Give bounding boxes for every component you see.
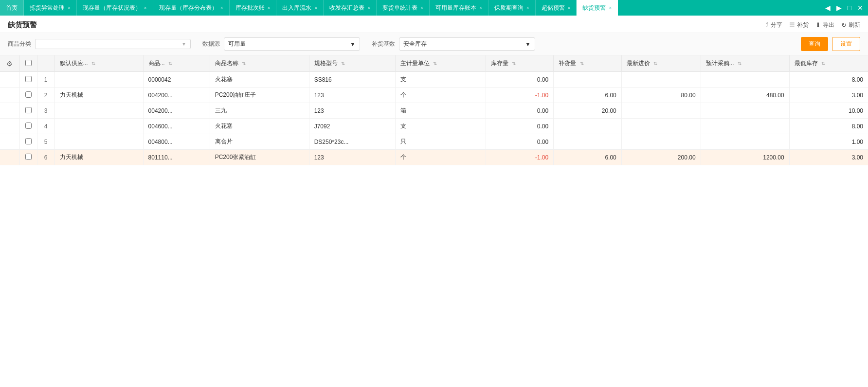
row-checkbox-input-1[interactable]: [25, 91, 32, 98]
row-product-name-1: PC200油缸庄子: [210, 88, 309, 103]
row-supplier-4: [54, 134, 143, 150]
sort-spec-icon[interactable]: ⇅: [341, 61, 345, 66]
col-gear: ⚙: [0, 55, 19, 72]
close-icon-stock-status[interactable]: ×: [144, 5, 147, 11]
row-checkbox-1[interactable]: [19, 88, 37, 103]
tab-stock-dist[interactable]: 现存量（库存分布表） ×: [153, 0, 230, 16]
datasource-select[interactable]: 可用量 ▼: [224, 37, 360, 51]
tab-batch[interactable]: 库存批次账 ×: [230, 0, 277, 16]
row-min-stock-4: 1.00: [789, 134, 868, 150]
col-spec-label: 规格型号: [314, 60, 338, 67]
row-stock-0: 0.00: [486, 72, 554, 88]
row-checkbox-input-0[interactable]: [25, 76, 32, 82]
close-icon-batch[interactable]: ×: [268, 5, 271, 11]
row-unit-3: 支: [395, 119, 486, 134]
close-icon-shortage[interactable]: ×: [609, 5, 612, 11]
tab-label-expiry: 保质期查询: [494, 4, 524, 12]
tab-picking[interactable]: 拣货异常处理 ×: [24, 0, 77, 16]
column-settings-icon[interactable]: ⚙: [6, 60, 13, 68]
close-icon-overstock[interactable]: ×: [568, 5, 571, 11]
row-idx-2: 3: [37, 103, 54, 119]
col-spec-header: 规格型号 ⇅: [309, 55, 395, 72]
row-supplement-5: 6.00: [554, 150, 622, 165]
sort-product-name-icon[interactable]: ⇅: [242, 61, 246, 66]
close-icon-inout[interactable]: ×: [314, 5, 317, 11]
col-supplier-header: 默认供应... ⇅: [54, 55, 143, 72]
close-icon-picking[interactable]: ×: [68, 5, 71, 11]
row-gear-0: [0, 72, 19, 88]
row-gear-5: [0, 150, 19, 165]
row-checkbox-input-5[interactable]: [25, 154, 32, 160]
sort-stock-icon[interactable]: ⇅: [512, 61, 516, 66]
nav-close-btn[interactable]: ✕: [854, 4, 866, 12]
refresh-button[interactable]: ↻ 刷新: [841, 21, 860, 29]
export-button[interactable]: ⬇ 导出: [815, 21, 834, 29]
share-icon: ⤴: [765, 21, 769, 29]
sort-latest-price-icon[interactable]: ⇅: [653, 61, 657, 66]
select-all-checkbox[interactable]: [25, 60, 32, 66]
tab-available[interactable]: 可用量库存账本 ×: [430, 0, 488, 16]
nav-next-btn[interactable]: ▶: [833, 4, 845, 12]
close-icon-expiry[interactable]: ×: [526, 5, 529, 11]
sort-supplier-icon[interactable]: ⇅: [91, 61, 95, 66]
settings-button[interactable]: 设置: [832, 37, 860, 51]
share-button[interactable]: ⤴ 分享: [765, 21, 782, 29]
page-title: 缺货预警: [8, 20, 37, 30]
sort-min-stock-icon[interactable]: ⇅: [821, 61, 825, 66]
tab-expiry[interactable]: 保质期查询 ×: [488, 0, 536, 16]
row-product-name-0: 火花塞: [210, 72, 309, 88]
row-checkbox-input-3[interactable]: [25, 123, 32, 129]
supplement-button[interactable]: ☰ 补货: [789, 21, 809, 29]
row-supplement-4: [554, 134, 622, 150]
col-latest-price-label: 最新进价: [627, 60, 650, 67]
row-checkbox-3[interactable]: [19, 119, 37, 134]
nav-restore-btn[interactable]: □: [845, 4, 854, 12]
row-checkbox-input-4[interactable]: [25, 138, 32, 144]
tab-summary[interactable]: 收发存汇总表 ×: [324, 0, 377, 16]
nav-prev-btn[interactable]: ◀: [822, 4, 833, 12]
sort-product-code-icon[interactable]: ⇅: [168, 61, 172, 66]
supplement-base-filter-group: 补货基数 安全库存 ▼: [372, 37, 535, 51]
tab-stock-status[interactable]: 现存量（库存状况表） ×: [77, 0, 153, 16]
category-select[interactable]: ▼: [35, 39, 191, 49]
supplement-label: 补货: [797, 21, 809, 29]
tab-label-batch: 库存批次账: [235, 4, 265, 12]
export-label: 导出: [823, 21, 834, 29]
close-icon-available[interactable]: ×: [479, 5, 482, 11]
row-gear-3: [0, 119, 19, 134]
col-unit-label: 主计量单位: [400, 60, 430, 67]
row-checkbox-5[interactable]: [19, 150, 37, 165]
row-latest-price-1: 80.00: [621, 88, 701, 103]
close-icon-order-stats[interactable]: ×: [420, 5, 423, 11]
tab-home[interactable]: 首页: [0, 0, 24, 16]
col-supplement-header: 补货量 ⇅: [554, 55, 622, 72]
sort-unit-icon[interactable]: ⇅: [433, 61, 437, 66]
tab-label-inout: 出入库流水: [282, 4, 311, 12]
row-checkbox-2[interactable]: [19, 103, 37, 119]
tab-shortage[interactable]: 缺货预警 ×: [577, 0, 618, 16]
close-icon-stock-dist[interactable]: ×: [220, 5, 223, 11]
sort-est-purchase-icon[interactable]: ⇅: [738, 61, 741, 66]
datasource-dropdown-icon: ▼: [350, 41, 356, 48]
col-stock-header: 库存量 ⇅: [486, 55, 554, 72]
top-nav: 首页 拣货异常处理 × 现存量（库存状况表） × 现存量（库存分布表） × 库存…: [0, 0, 868, 16]
supplement-base-select[interactable]: 安全库存 ▼: [399, 37, 535, 51]
query-button[interactable]: 查询: [801, 37, 828, 51]
row-checkbox-input-2[interactable]: [25, 107, 32, 113]
page-header: 缺货预警 ⤴ 分享 ☰ 补货 ⬇ 导出 ↻ 刷新: [0, 16, 868, 33]
row-checkbox-4[interactable]: [19, 134, 37, 150]
row-product-name-4: 离合片: [210, 134, 309, 150]
close-icon-summary[interactable]: ×: [367, 5, 370, 11]
col-product-name-label: 商品名称: [215, 60, 238, 67]
tab-overstock[interactable]: 超储预警 ×: [536, 0, 577, 16]
sort-supplement-icon[interactable]: ⇅: [580, 61, 584, 66]
tab-inout[interactable]: 出入库流水 ×: [276, 0, 324, 16]
tab-order-stats[interactable]: 要货单统计表 ×: [377, 0, 430, 16]
filter-row: 商品分类 ▼ 数据源 可用量 ▼ 补货基数 安全库存 ▼ 查询 设置: [0, 33, 868, 55]
row-spec-5: 123: [309, 150, 395, 165]
row-checkbox-0[interactable]: [19, 72, 37, 88]
table-row: 10000042火花塞SS816支0.008.00: [0, 72, 868, 88]
col-checkbox-header: [19, 55, 37, 72]
col-idx-header: [37, 55, 54, 72]
row-gear-1: [0, 88, 19, 103]
